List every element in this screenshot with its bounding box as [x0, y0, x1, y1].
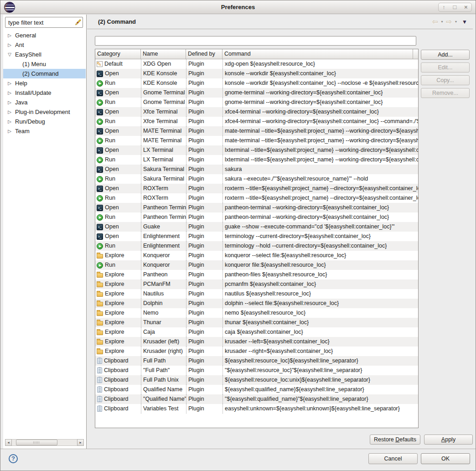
table-row[interactable]: ExplorePantheonPluginpantheon-files ${ea…: [95, 270, 418, 279]
table-row[interactable]: RunXfce TerminalPluginxfce4-terminal --w…: [95, 117, 418, 126]
table-row[interactable]: OpenGnome TerminalPlugingnome-terminal -…: [95, 88, 418, 98]
chevron-collapsed-icon[interactable]: ▷: [6, 90, 13, 95]
table-row[interactable]: OpenGuakePluginguake --show --execute-co…: [95, 222, 418, 232]
sidebar-item-ant[interactable]: ▷Ant: [3, 40, 86, 50]
ok-button[interactable]: OK: [421, 453, 470, 464]
table-row[interactable]: ExploreKrusader (right)Pluginkrusader --…: [95, 347, 418, 356]
add-button[interactable]: Add...: [421, 50, 470, 60]
sidebar-item-2-command[interactable]: (2) Command: [3, 69, 86, 78]
name-cell: Enlightenment: [141, 241, 186, 251]
shade-icon[interactable]: ↑: [442, 3, 445, 11]
table-row[interactable]: OpenXfce TerminalPluginxfce4-terminal --…: [95, 107, 418, 117]
table-row[interactable]: RunKonquerorPluginkonqueror file:${easys…: [95, 260, 418, 270]
command-filter-input[interactable]: [95, 36, 416, 46]
table-row[interactable]: OpenROXTermPluginroxterm --title=${easys…: [95, 184, 418, 193]
chevron-collapsed-icon[interactable]: ▷: [6, 81, 13, 86]
edit-icon: [97, 61, 103, 67]
clear-filter-icon[interactable]: [74, 19, 82, 26]
chevron-collapsed-icon[interactable]: ▷: [6, 119, 13, 124]
table-row[interactable]: OpenKDE KonsolePluginkonsole --workdir $…: [95, 69, 418, 78]
scroll-left-icon[interactable]: ◂: [5, 439, 12, 446]
apply-button[interactable]: Apply: [424, 435, 473, 445]
table-row[interactable]: OpenMATE TerminalPluginmate-terminal --t…: [95, 126, 418, 136]
table-row[interactable]: OpenSakura TerminalPluginsakura: [95, 165, 418, 174]
table-row[interactable]: ExplorePCManFMPluginpcmanfm ${easyshell:…: [95, 279, 418, 289]
sidebar-item-1-menu[interactable]: (1) Menu: [3, 59, 86, 69]
chevron-expanded-icon[interactable]: ▽: [6, 52, 13, 57]
sidebar-item-java[interactable]: ▷Java: [3, 98, 86, 107]
column-header-name[interactable]: Name: [141, 49, 186, 59]
restore-defaults-button[interactable]: Restore Defaults: [370, 435, 420, 445]
sidebar-item-general[interactable]: ▷General: [3, 31, 86, 40]
sidebar-horizontal-scrollbar[interactable]: ◂ ▸: [5, 439, 84, 446]
table-row[interactable]: RunMATE TerminalPluginmate-terminal --ti…: [95, 136, 418, 145]
table-row[interactable]: ExploreNautilusPluginnautilus ${easyshel…: [95, 289, 418, 299]
help-icon[interactable]: ?: [9, 454, 18, 463]
table-row[interactable]: ExploreCajaPlugincaja ${easyshell:contai…: [95, 327, 418, 337]
sidebar-item-plug-in-development[interactable]: ▷Plug-in Development: [3, 107, 86, 117]
table-row[interactable]: RunPantheon TerminalPluginpantheon-termi…: [95, 212, 418, 222]
category-cell: Open: [95, 165, 141, 174]
terminal-icon: [97, 186, 103, 192]
name-cell: XDG Open: [141, 59, 186, 69]
back-dropdown-icon[interactable]: ▾: [441, 20, 443, 24]
table-row[interactable]: RunKDE KonsolePluginkonsole --workdir ${…: [95, 78, 418, 88]
column-header-defined-by[interactable]: Defined by: [186, 49, 222, 59]
table-row[interactable]: Clipboard"Qualified Name"Plugin"${easysh…: [95, 394, 418, 404]
table-row[interactable]: RunLX TerminalPluginlxterminal --title=$…: [95, 155, 418, 165]
table-row[interactable]: ClipboardVariables TestPlugineasyshell:u…: [95, 404, 418, 414]
forward-icon[interactable]: ⇨: [446, 18, 452, 26]
chevron-collapsed-icon[interactable]: ▷: [6, 33, 13, 38]
chevron-collapsed-icon[interactable]: ▷: [6, 100, 13, 105]
table-row[interactable]: RunROXTermPluginroxterm --title=${easysh…: [95, 193, 418, 203]
table-row[interactable]: ExploreKrusader (left)Pluginkrusader --l…: [95, 337, 418, 347]
table-row[interactable]: ExploreDolphinPlugindolphin --select fil…: [95, 299, 418, 308]
view-menu-icon[interactable]: ▼: [462, 19, 467, 25]
folder-icon: [97, 283, 103, 287]
table-row[interactable]: OpenPantheon TerminalPluginpantheon-term…: [95, 203, 418, 212]
sidebar-filter-input[interactable]: [5, 17, 83, 28]
chevron-collapsed-icon[interactable]: ▷: [6, 109, 13, 114]
cancel-button[interactable]: Cancel: [368, 453, 418, 464]
column-header-category[interactable]: Category: [95, 49, 141, 59]
table-row[interactable]: OpenLX TerminalPluginlxterminal --title=…: [95, 145, 418, 155]
sidebar-item-easyshell[interactable]: ▽EasyShell: [3, 50, 86, 59]
run-icon: [97, 243, 103, 249]
table-row[interactable]: DefaultXDG OpenPluginxdg-open ${easyshel…: [95, 59, 418, 69]
category-label: Open: [105, 126, 119, 136]
category-cell: Explore: [95, 347, 141, 356]
table-row[interactable]: OpenEnlightenmentPluginterminology --cur…: [95, 232, 418, 241]
run-icon: [97, 262, 103, 269]
title-bar[interactable]: Preferences ↑□×: [0, 0, 476, 14]
maximize-icon[interactable]: □: [453, 3, 457, 11]
table-row[interactable]: ExploreNemoPluginnemo ${easyshell:resour…: [95, 308, 418, 318]
table-row[interactable]: ExploreThunarPluginthunar ${easyshell:co…: [95, 318, 418, 327]
table-row[interactable]: RunSakura TerminalPluginsakura --execute…: [95, 174, 418, 184]
chevron-collapsed-icon[interactable]: ▷: [6, 42, 13, 47]
table-row[interactable]: Clipboard"Full Path"Plugin"${easyshell:r…: [95, 366, 418, 375]
category-cell: Run: [95, 174, 141, 184]
table-row[interactable]: RunEnlightenmentPluginterminology --hold…: [95, 241, 418, 251]
terminal-icon: [97, 90, 103, 96]
sidebar-item-install-update[interactable]: ▷Install/Update: [3, 88, 86, 98]
table-row[interactable]: ClipboardFull Path UnixPlugin${easyshell…: [95, 375, 418, 385]
back-icon[interactable]: ⇦: [432, 18, 438, 26]
chevron-collapsed-icon[interactable]: ▷: [6, 129, 13, 134]
name-cell: KDE Konsole: [141, 78, 186, 88]
table-row[interactable]: ClipboardQualified NamePlugin${easyshell…: [95, 385, 418, 394]
forward-dropdown-icon[interactable]: ▾: [455, 20, 457, 24]
sidebar-item-run-debug[interactable]: ▷Run/Debug: [3, 117, 86, 126]
table-row[interactable]: RunGnome TerminalPlugingnome-terminal --…: [95, 98, 418, 107]
table-row[interactable]: ClipboardFull PathPlugin${easyshell:reso…: [95, 356, 418, 366]
sidebar-item-team[interactable]: ▷Team: [3, 126, 86, 136]
column-header-command[interactable]: Command: [222, 49, 413, 59]
scrollbar-thumb[interactable]: [16, 440, 58, 445]
sidebar-item-help[interactable]: ▷Help: [3, 78, 86, 88]
name-cell: ROXTerm: [141, 184, 186, 193]
run-icon: [97, 195, 103, 202]
scroll-right-icon[interactable]: ▸: [77, 439, 84, 446]
close-icon[interactable]: ×: [464, 3, 468, 11]
category-cell: Run: [95, 117, 141, 126]
table-row[interactable]: ExploreKonquerorPluginkonqueror --select…: [95, 251, 418, 260]
scrollbar-track[interactable]: [12, 439, 77, 446]
